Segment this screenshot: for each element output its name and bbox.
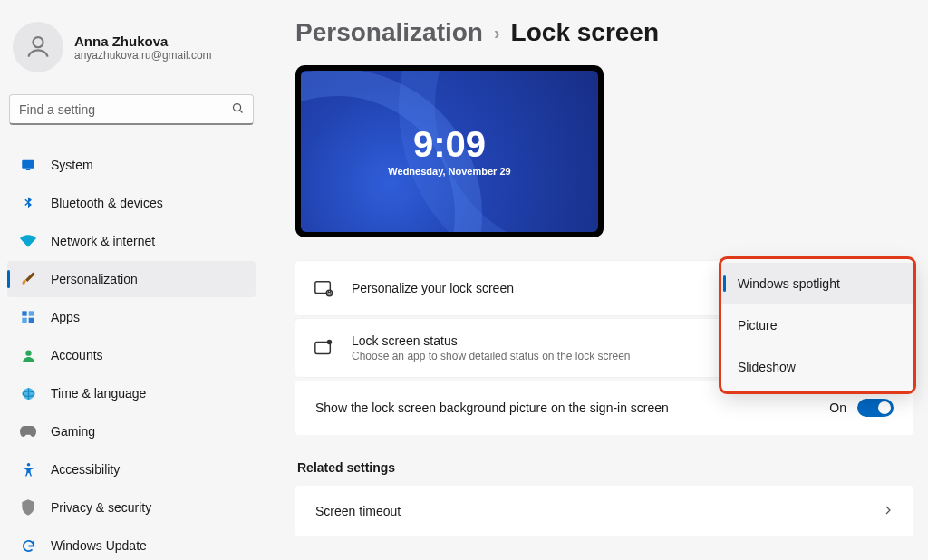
sidebar-item-gaming[interactable]: Gaming [7,413,256,449]
person-icon [24,33,53,62]
apps-icon [20,309,36,325]
dropdown-option-slideshow[interactable]: Slideshow [721,346,914,388]
monitor-icon [20,157,36,173]
toggle-switch[interactable] [857,399,894,417]
sidebar-item-label: Privacy & security [51,500,151,515]
accessibility-icon [20,461,36,478]
sidebar-item-label: Accounts [51,348,103,362]
sidebar-item-update[interactable]: Windows Update [7,527,256,560]
svg-line-2 [240,111,243,113]
wifi-icon [20,233,36,249]
sidebar-item-accessibility[interactable]: Accessibility [7,451,256,488]
sidebar-item-privacy[interactable]: Privacy & security [7,489,256,526]
svg-point-17 [327,340,333,345]
sidebar-item-network[interactable]: Network & internet [7,223,256,259]
toggle-label: Show the lock screen background picture … [315,401,818,415]
sidebar-item-personalization[interactable]: Personalization [7,261,256,297]
sidebar-item-accounts[interactable]: Accounts [7,337,256,373]
update-icon [20,537,36,554]
bluetooth-icon [20,195,36,211]
breadcrumb-parent[interactable]: Personalization [295,18,483,47]
chevron-right-icon: › [494,23,500,43]
search-input[interactable] [9,94,254,125]
picture-lock-icon [314,278,334,298]
svg-rect-3 [22,160,34,169]
preview-date: Wednesday, November 29 [388,166,510,177]
paintbrush-icon [20,271,36,287]
sidebar-item-label: Time & language [51,386,146,401]
svg-point-1 [234,104,241,111]
profile-email: anyazhukova.ru@gmail.com [74,49,212,62]
svg-rect-8 [29,318,34,323]
toggle-state-text: On [829,401,846,415]
svg-point-12 [26,463,30,467]
sidebar-item-label: Network & internet [51,234,155,248]
svg-rect-7 [22,318,26,323]
link-label: Screen timeout [315,504,883,518]
dropdown-option-label: Windows spotlight [738,276,840,291]
svg-point-14 [326,290,332,295]
sidebar-item-label: Bluetooth & devices [51,196,163,210]
avatar [13,22,63,72]
picture-dot-icon [314,338,334,358]
dropdown-option-spotlight[interactable]: Windows spotlight [721,263,914,304]
dropdown-option-label: Slideshow [738,360,796,374]
svg-rect-6 [29,311,34,315]
sidebar-item-label: System [51,158,93,172]
profile-block[interactable]: Anna Zhukova anyazhukova.ru@gmail.com [7,18,256,82]
svg-rect-5 [22,311,26,315]
chevron-right-icon [883,504,894,518]
svg-point-0 [33,37,43,47]
search-box [9,94,254,125]
globe-icon [20,385,36,401]
svg-rect-4 [26,169,31,171]
breadcrumb: Personalization › Lock screen [295,18,914,47]
page-title: Lock screen [511,18,659,47]
dropdown-option-label: Picture [738,318,778,333]
sidebar-item-system[interactable]: System [7,147,256,183]
profile-name: Anna Zhukova [74,34,212,49]
link-screen-timeout[interactable]: Screen timeout [295,486,914,536]
shield-icon [20,499,36,516]
sidebar-item-label: Accessibility [51,462,120,477]
preview-time: 9:09 [413,126,486,162]
sidebar-item-time-language[interactable]: Time & language [7,375,256,411]
sidebar-item-label: Apps [51,310,80,324]
sidebar: Anna Zhukova anyazhukova.ru@gmail.com Sy… [0,0,263,560]
dropdown-option-picture[interactable]: Picture [721,304,914,346]
sidebar-item-bluetooth[interactable]: Bluetooth & devices [7,185,256,221]
search-icon [231,101,245,118]
account-icon [20,347,36,363]
main-content: Personalization › Lock screen 9:09 Wedne… [263,0,928,560]
nav: System Bluetooth & devices Network & int… [7,147,256,560]
sidebar-item-label: Gaming [51,424,95,439]
personalize-dropdown: Windows spotlight Picture Slideshow [721,259,914,391]
gamepad-icon [20,423,36,439]
sidebar-item-label: Personalization [51,272,138,286]
svg-point-9 [25,350,31,355]
sidebar-item-label: Windows Update [51,538,147,553]
section-related-settings: Related settings [297,460,914,475]
sidebar-item-apps[interactable]: Apps [7,299,256,335]
lockscreen-preview: 9:09 Wednesday, November 29 [295,65,604,237]
